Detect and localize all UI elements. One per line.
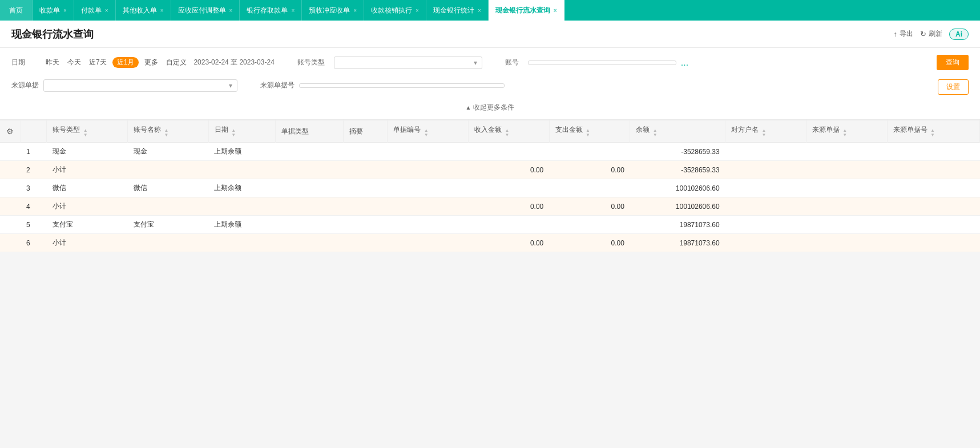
th-account_name[interactable]: 账号名称 ▲▼ bbox=[128, 120, 209, 143]
close-tab-icon-1[interactable]: × bbox=[105, 7, 108, 14]
cell-account_name: 支付宝 bbox=[128, 216, 209, 234]
cell-source_doc_no bbox=[887, 179, 979, 197]
refresh-button[interactable]: ↻ 刷新 bbox=[920, 29, 942, 39]
cell-counterparty bbox=[725, 179, 806, 197]
row-no: 5 bbox=[21, 216, 47, 234]
cell-expense: 0.00 bbox=[549, 234, 630, 252]
date-option-2[interactable]: 近7天 bbox=[87, 57, 109, 68]
export-label: 导出 bbox=[900, 29, 913, 39]
th-expense[interactable]: 支出金额 ▲▼ bbox=[549, 120, 630, 143]
nav-tab-6[interactable]: 收款核销执行× bbox=[364, 0, 426, 21]
filter-buttons: 查询 bbox=[930, 55, 969, 70]
sort-icon-doc_no: ▲▼ bbox=[424, 128, 429, 138]
source-doc-no-label: 来源单据号 bbox=[260, 80, 295, 90]
home-label: 首页 bbox=[9, 6, 23, 15]
date-option-5[interactable]: 自定义 bbox=[164, 57, 189, 68]
query-button[interactable]: 查询 bbox=[937, 55, 969, 70]
th-doc_type: 单据类型 bbox=[276, 120, 344, 143]
header-actions: ↑ 导出 ↻ 刷新 Ai bbox=[894, 29, 969, 40]
account-input[interactable] bbox=[528, 60, 676, 65]
gear-icon[interactable]: ⚙ bbox=[6, 127, 14, 136]
cell-income: 0.00 bbox=[469, 161, 550, 179]
close-tab-icon-2[interactable]: × bbox=[160, 7, 164, 14]
close-tab-icon-3[interactable]: × bbox=[229, 7, 233, 14]
nav-tab-0[interactable]: 收款单× bbox=[33, 0, 74, 21]
collapse-bar[interactable]: ▲ 收起更多条件 bbox=[11, 100, 969, 112]
close-tab-icon-5[interactable]: × bbox=[353, 7, 357, 14]
row-gear-cell bbox=[0, 179, 21, 197]
cell-account_type: 小计 bbox=[47, 234, 128, 252]
cell-doc_type bbox=[276, 197, 344, 216]
th-counterparty[interactable]: 对方户名 ▲▼ bbox=[725, 120, 806, 143]
cell-expense: 0.00 bbox=[549, 197, 630, 216]
close-tab-icon-6[interactable]: × bbox=[416, 7, 419, 14]
settings-button[interactable]: 设置 bbox=[938, 79, 969, 95]
nav-tab-5[interactable]: 预收冲应收单× bbox=[302, 0, 364, 21]
cell-doc_no bbox=[388, 179, 469, 197]
cell-doc_no bbox=[388, 143, 469, 161]
close-tab-icon-8[interactable]: × bbox=[554, 7, 557, 14]
nav-tab-8[interactable]: 现金银行流水查询× bbox=[489, 0, 564, 21]
cell-date: 上期余额 bbox=[208, 216, 275, 234]
nav-tab-2[interactable]: 其他收入单× bbox=[116, 0, 171, 21]
nav-home[interactable]: 首页 bbox=[0, 0, 33, 21]
collapse-label: 收起更多条件 bbox=[473, 103, 514, 112]
th-account_type[interactable]: 账号类型 ▲▼ bbox=[47, 120, 128, 143]
th-income[interactable]: 收入金额 ▲▼ bbox=[469, 120, 550, 143]
cell-source_doc bbox=[806, 179, 887, 197]
cell-account_type: 微信 bbox=[47, 179, 128, 197]
page-title: 现金银行流水查询 bbox=[11, 27, 94, 41]
cell-balance: 19871073.60 bbox=[630, 216, 725, 234]
table-row: 6小计0.000.0019871073.60 bbox=[0, 234, 980, 252]
close-tab-icon-7[interactable]: × bbox=[478, 7, 481, 14]
nav-tab-1[interactable]: 付款单× bbox=[74, 0, 116, 21]
th-balance[interactable]: 余额 ▲▼ bbox=[630, 120, 725, 143]
account-type-section: 账号类型 ▾ bbox=[297, 56, 482, 69]
ai-button[interactable]: Ai bbox=[949, 29, 969, 40]
filter-row-source: 来源单据 ▾ 来源单据号 设置 bbox=[11, 76, 969, 95]
cell-doc_no bbox=[388, 216, 469, 234]
sort-icon-source_doc_no: ▲▼ bbox=[930, 128, 935, 138]
nav-tab-4[interactable]: 银行存取款单× bbox=[240, 0, 302, 21]
cell-doc_type bbox=[276, 234, 344, 252]
close-tab-icon-0[interactable]: × bbox=[63, 7, 67, 14]
cell-doc_type bbox=[276, 216, 344, 234]
date-option-3[interactable]: 近1月 bbox=[112, 57, 139, 68]
th-date[interactable]: 日期 ▲▼ bbox=[208, 120, 275, 143]
date-option-0[interactable]: 昨天 bbox=[43, 57, 62, 68]
export-icon: ↑ bbox=[894, 30, 898, 38]
cell-date: 上期余额 bbox=[208, 143, 275, 161]
cell-doc_no bbox=[388, 234, 469, 252]
cell-summary bbox=[343, 179, 388, 197]
nav-tab-3[interactable]: 应收应付调整单× bbox=[171, 0, 240, 21]
source-doc-no-input[interactable] bbox=[299, 83, 505, 88]
th-source_doc_no[interactable]: 来源单据号 ▲▼ bbox=[887, 120, 979, 143]
account-label: 账号 bbox=[505, 58, 523, 67]
date-option-4[interactable]: 更多 bbox=[142, 57, 160, 68]
table-header: ⚙账号类型 ▲▼账号名称 ▲▼日期 ▲▼单据类型摘要单据编号 ▲▼收入金额 ▲▼… bbox=[0, 120, 980, 143]
cell-counterparty bbox=[725, 143, 806, 161]
date-option-1[interactable]: 今天 bbox=[65, 57, 83, 68]
nav-tab-7[interactable]: 现金银行统计× bbox=[426, 0, 489, 21]
cell-income bbox=[469, 216, 550, 234]
account-section: 账号 ... bbox=[505, 58, 688, 68]
export-button[interactable]: ↑ 导出 bbox=[894, 29, 914, 39]
table-row: 3微信微信上期余额100102606.60 bbox=[0, 179, 980, 197]
cell-source_doc bbox=[806, 143, 887, 161]
dots-icon[interactable]: ... bbox=[681, 58, 688, 68]
close-tab-icon-4[interactable]: × bbox=[291, 7, 295, 14]
cell-counterparty bbox=[725, 216, 806, 234]
sort-icon-account_name: ▲▼ bbox=[164, 128, 169, 138]
cell-doc_no bbox=[388, 197, 469, 216]
th-source_doc[interactable]: 来源单据 ▲▼ bbox=[806, 120, 887, 143]
cell-account_name: 现金 bbox=[128, 143, 209, 161]
source-doc-select[interactable]: ▾ bbox=[43, 79, 237, 92]
refresh-label: 刷新 bbox=[929, 29, 942, 39]
sort-icon-account_type: ▲▼ bbox=[83, 128, 88, 138]
row-no: 4 bbox=[21, 197, 47, 216]
cell-source_doc_no bbox=[887, 161, 979, 179]
cell-date bbox=[208, 234, 275, 252]
th-doc_no[interactable]: 单据编号 ▲▼ bbox=[388, 120, 469, 143]
account-type-select[interactable]: ▾ bbox=[334, 56, 482, 69]
row-gear-cell bbox=[0, 197, 21, 216]
